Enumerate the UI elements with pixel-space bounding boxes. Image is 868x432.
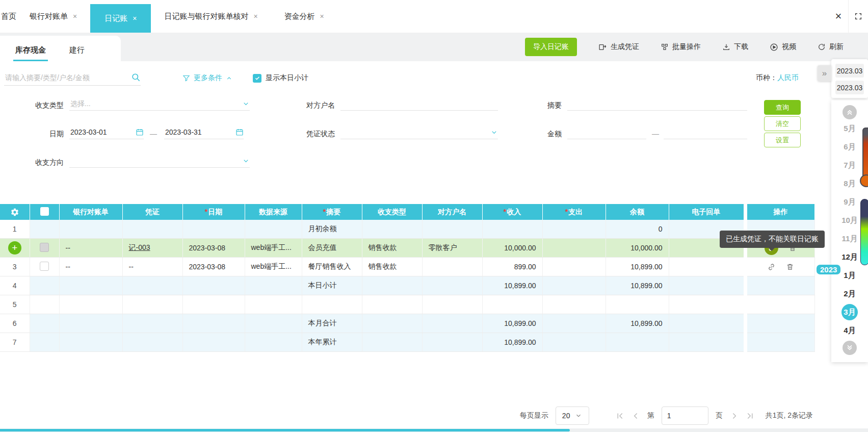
tab-fund-analysis[interactable]: 资金分析 ×	[271, 0, 337, 33]
search-icon[interactable]	[131, 72, 141, 82]
row-number: 7	[0, 333, 30, 352]
chevron-down-icon[interactable]	[242, 157, 250, 165]
thermometer-indicator	[862, 128, 868, 181]
pagination-bar: 每页显示 20 第 页 共1页, 2条记录	[0, 403, 813, 428]
double-chevron-down-icon	[846, 344, 854, 352]
clear-button[interactable]: 清空	[764, 116, 801, 131]
tab-journal-bank-check[interactable]: 日记账与银行对账单核对 ×	[151, 0, 271, 33]
header-summary: *摘要	[302, 204, 362, 220]
tab-bank-statement[interactable]: 银行对账单 ×	[16, 0, 90, 33]
gear-icon[interactable]	[10, 208, 19, 217]
header-income: *收入	[482, 204, 542, 220]
link-icon[interactable]	[767, 263, 776, 271]
collapse-sidebar-button[interactable]: »	[818, 65, 831, 81]
account-toolbar-row: 库存现金 建行 导入日记账 生成凭证 批量操作 下载 视频	[0, 33, 868, 61]
header-balance: 余额	[606, 204, 669, 220]
page-next-button[interactable]	[730, 412, 739, 420]
generate-voucher-button[interactable]: 生成凭证	[598, 42, 639, 52]
page-first-button[interactable]	[616, 412, 624, 420]
period-chip[interactable]: 2023.03	[835, 64, 864, 78]
table-row: 7 本年累计 10,899.00	[0, 333, 814, 352]
tab-label: 日记账	[104, 14, 127, 23]
tab-close-icon[interactable]: ×	[320, 12, 324, 20]
tab-home[interactable]: 首页	[1, 12, 16, 21]
row-number: 4	[0, 276, 30, 295]
daily-subtotal-checkbox[interactable]: 显示本日小计	[253, 73, 308, 83]
refresh-icon	[818, 43, 826, 51]
account-tab-card: 库存现金 建行	[0, 36, 121, 61]
scroll-gauge-indicator	[860, 199, 868, 265]
month-item[interactable]: 4月	[831, 321, 868, 340]
chevron-down-icon[interactable]	[242, 100, 250, 108]
table-row[interactable]: + -- 记-003 2023-03-08 web端手工... 会员充值 销售收…	[0, 239, 814, 258]
page-last-button[interactable]	[746, 412, 754, 420]
row-number: 6	[0, 314, 30, 333]
page-label-suffix: 页	[716, 411, 723, 420]
bank-statement-cell: --	[59, 258, 122, 276]
income-type-input[interactable]	[69, 99, 242, 108]
date-to-field	[164, 125, 244, 139]
date-cell: 2023-03-08	[182, 258, 245, 276]
voucher-status-select[interactable]	[340, 125, 498, 139]
download-button[interactable]: 下载	[722, 42, 748, 52]
settings-button[interactable]: 设置	[764, 133, 801, 147]
row-checkbox[interactable]	[40, 243, 49, 252]
page-input[interactable]	[662, 406, 708, 425]
scroll-down-button[interactable]	[843, 341, 857, 355]
amount-min-field	[567, 125, 646, 139]
batch-operations-button[interactable]: 批量操作	[661, 42, 701, 52]
table-row[interactable]: 3 -- -- 2023-03-08 web端手工... 餐厅销售收入 销售收款…	[0, 258, 814, 276]
scroll-up-button[interactable]	[843, 105, 857, 119]
tab-close-icon[interactable]: ×	[133, 14, 137, 22]
voucher-link[interactable]: 记-003	[129, 243, 150, 251]
month-item-selected[interactable]: 3月	[831, 303, 868, 321]
page-prev-button[interactable]	[632, 412, 640, 420]
summary-input[interactable]	[567, 99, 747, 108]
date-range-dash: —	[150, 130, 157, 138]
total-records-text: 共1页, 2条记录	[766, 411, 813, 420]
more-conditions-button[interactable]: 更多条件	[182, 73, 232, 83]
refresh-button[interactable]: 刷新	[818, 42, 844, 52]
date-from-input[interactable]	[69, 128, 136, 137]
year-badge: 2023	[817, 265, 840, 274]
fullscreen-icon[interactable]	[848, 0, 868, 33]
period-chip[interactable]: 2023.03	[835, 81, 864, 94]
voucher-status-input[interactable]	[340, 128, 490, 137]
import-journal-button[interactable]: 导入日记账	[525, 38, 577, 56]
per-page-select[interactable]: 20	[556, 406, 589, 425]
source-cell: web端手工...	[245, 258, 302, 276]
column-settings-cell[interactable]	[0, 204, 30, 220]
calendar-icon[interactable]	[136, 128, 144, 136]
tab-ccb-account[interactable]: 建行	[69, 45, 85, 55]
add-row-button[interactable]: +	[8, 241, 21, 255]
video-button[interactable]: 视频	[770, 42, 796, 52]
amount-max-field	[664, 125, 747, 139]
period-panel: 2023.03 2023.03	[831, 59, 868, 98]
query-button[interactable]: 查询	[764, 100, 801, 115]
tab-close-icon[interactable]: ×	[253, 12, 257, 20]
month-item[interactable]: 2月	[831, 285, 868, 303]
chevron-down-icon[interactable]	[490, 129, 498, 136]
tab-journal[interactable]: 日记账 ×	[90, 4, 151, 33]
calendar-icon[interactable]	[235, 128, 244, 136]
select-all-checkbox[interactable]	[30, 204, 59, 220]
search-input[interactable]	[4, 73, 131, 82]
voucher-cell: --	[122, 258, 182, 276]
horizontal-scrollbar[interactable]	[0, 429, 570, 431]
tab-cash-account[interactable]: 库存现金	[15, 45, 46, 55]
trash-icon[interactable]	[786, 263, 794, 271]
amount-max-input[interactable]	[664, 128, 747, 137]
window-close-icon[interactable]: ×	[829, 0, 848, 33]
direction-select[interactable]	[69, 154, 250, 168]
income-cell: 10,899.00	[482, 276, 542, 295]
date-to-input[interactable]	[164, 128, 235, 137]
tab-close-icon[interactable]: ×	[73, 12, 77, 20]
counterparty-cell: 零散客户	[422, 239, 482, 258]
counterparty-input[interactable]	[340, 99, 498, 108]
income-type-select[interactable]	[69, 97, 250, 111]
amount-min-input[interactable]	[567, 128, 646, 137]
row-checkbox[interactable]	[40, 262, 49, 271]
counterparty-label: 对方户名	[292, 101, 335, 110]
voucher-status-label: 凭证状态	[292, 130, 335, 139]
direction-input[interactable]	[69, 156, 242, 165]
